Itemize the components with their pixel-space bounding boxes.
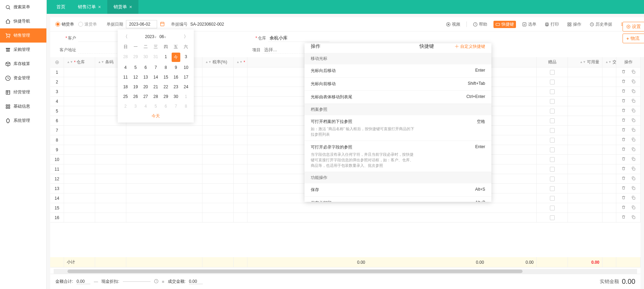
col-gear[interactable] <box>50 57 64 67</box>
cal-day[interactable]: 11 <box>121 73 130 81</box>
calendar-icon[interactable] <box>160 21 165 27</box>
col-tax[interactable]: ▲▼税率(%) <box>202 57 234 67</box>
delete-icon[interactable] <box>620 70 627 75</box>
copy-icon[interactable] <box>630 147 637 152</box>
copy-icon[interactable] <box>630 215 637 220</box>
sidebar-item-1[interactable]: 快捷导航 <box>0 14 46 28</box>
sidebar-item-0[interactable]: 搜索菜单 <box>0 0 46 14</box>
cal-day[interactable]: 28 <box>151 92 160 101</box>
cal-year[interactable]: 2023∨ <box>145 34 157 39</box>
video-button[interactable]: 视频 <box>444 21 462 28</box>
checkbox[interactable] <box>550 99 555 104</box>
cal-day[interactable]: 18 <box>121 83 130 91</box>
cal-month[interactable]: 06∨ <box>160 34 166 39</box>
delete-icon[interactable] <box>620 205 627 210</box>
help-icon[interactable]: ? <box>154 279 158 285</box>
checkbox[interactable] <box>550 177 555 181</box>
checkbox[interactable] <box>550 128 555 133</box>
cal-day[interactable]: 27 <box>141 92 150 101</box>
delete-icon[interactable] <box>620 147 627 152</box>
cal-day[interactable]: 2 <box>121 102 130 110</box>
discount-input[interactable] <box>123 281 151 282</box>
cal-day[interactable]: 24 <box>182 83 190 91</box>
copy-icon[interactable] <box>630 79 637 84</box>
cal-day[interactable]: 4 <box>141 102 150 110</box>
cal-day[interactable]: 15 <box>162 73 170 81</box>
cal-day[interactable]: 1 <box>162 53 170 62</box>
cal-day[interactable]: 17 <box>182 73 190 81</box>
cal-day[interactable]: 今 <box>172 53 180 62</box>
delete-icon[interactable] <box>620 196 627 201</box>
copy-icon[interactable] <box>630 176 637 181</box>
cal-day[interactable]: 12 <box>131 73 140 81</box>
delete-icon[interactable] <box>620 166 627 172</box>
cal-day[interactable]: 21 <box>151 83 160 91</box>
delete-icon[interactable] <box>620 137 627 143</box>
doc-date-input[interactable]: 2023-06-02 <box>126 20 157 28</box>
cal-day[interactable]: 4 <box>121 63 130 72</box>
checkbox[interactable] <box>550 80 555 84</box>
col-req1[interactable]: ▲▼* <box>234 57 247 67</box>
cal-day[interactable]: 26 <box>131 92 140 101</box>
sidebar-item-2[interactable]: 销售管理 <box>0 28 46 43</box>
col-warehouse[interactable]: ▲▼*仓库 <box>64 57 95 67</box>
cal-day[interactable]: 29 <box>162 92 170 101</box>
tab-0[interactable]: 首页 <box>50 0 72 14</box>
sidebar-item-6[interactable]: 经营管理 <box>0 85 46 99</box>
sidebar-item-4[interactable]: 库存核算 <box>0 57 46 71</box>
cal-day[interactable]: 8 <box>162 63 170 72</box>
cal-today-button[interactable]: 今天 <box>121 110 190 119</box>
cal-prev-icon[interactable]: 〈 <box>121 34 130 40</box>
cal-day[interactable]: 31 <box>151 53 160 62</box>
cal-day[interactable]: 19 <box>131 83 140 91</box>
cal-day[interactable]: 29 <box>131 53 140 62</box>
cal-day[interactable]: 30 <box>141 53 150 62</box>
checkbox[interactable] <box>550 109 555 114</box>
checkbox[interactable] <box>550 167 555 172</box>
copy-icon[interactable] <box>630 89 637 94</box>
settings-button[interactable]: 设置 <box>623 22 644 31</box>
cal-day[interactable]: 6 <box>162 102 170 110</box>
print-button[interactable]: 打印 <box>543 21 561 28</box>
copy-icon[interactable] <box>630 205 637 210</box>
sidebar-item-5[interactable]: 资金管理 <box>0 71 46 85</box>
cal-day[interactable]: 22 <box>162 83 170 91</box>
checkbox[interactable] <box>550 147 555 152</box>
checkbox[interactable] <box>550 186 555 191</box>
warehouse-input[interactable] <box>268 34 329 42</box>
cal-day[interactable]: 13 <box>141 73 150 81</box>
delete-icon[interactable] <box>620 108 627 114</box>
sidebar-item-8[interactable]: 系统管理 <box>0 114 46 128</box>
delete-icon[interactable] <box>620 79 627 84</box>
checkbox[interactable] <box>550 206 555 210</box>
copy-icon[interactable] <box>630 166 637 172</box>
select-button[interactable]: 选单 <box>520 21 538 28</box>
cal-next-icon[interactable]: 〉 <box>182 34 190 40</box>
copy-icon[interactable] <box>630 186 637 191</box>
cal-day[interactable]: 14 <box>151 73 160 81</box>
checkbox[interactable] <box>550 70 555 75</box>
cal-day[interactable]: 10 <box>182 63 190 72</box>
cal-day[interactable]: 28 <box>121 53 130 62</box>
checkbox[interactable] <box>550 138 555 143</box>
delete-icon[interactable] <box>620 186 627 191</box>
sidebar-item-7[interactable]: 基础信息 <box>0 99 46 114</box>
sp-custom-button[interactable]: 自定义快捷键 <box>455 43 485 49</box>
logistics-button[interactable]: +物流 <box>623 34 644 43</box>
cal-day[interactable]: 30 <box>172 92 180 101</box>
copy-icon[interactable] <box>630 118 637 123</box>
radio-sale[interactable]: 销货单 <box>55 21 74 27</box>
copy-icon[interactable] <box>630 196 637 201</box>
delete-icon[interactable] <box>620 118 627 123</box>
help-button[interactable]: ? 帮助 <box>471 21 489 28</box>
table-row[interactable]: 15 <box>50 203 641 213</box>
cal-day[interactable]: 20 <box>141 83 150 91</box>
cal-day[interactable]: 7 <box>151 63 160 72</box>
cal-day[interactable]: 25 <box>121 92 130 101</box>
delete-icon[interactable] <box>620 99 627 104</box>
delete-icon[interactable] <box>620 157 627 162</box>
cal-day[interactable]: 8 <box>182 102 190 110</box>
cal-day[interactable]: 23 <box>172 83 180 91</box>
delete-icon[interactable] <box>620 89 627 94</box>
cal-day[interactable]: 9 <box>172 63 180 72</box>
